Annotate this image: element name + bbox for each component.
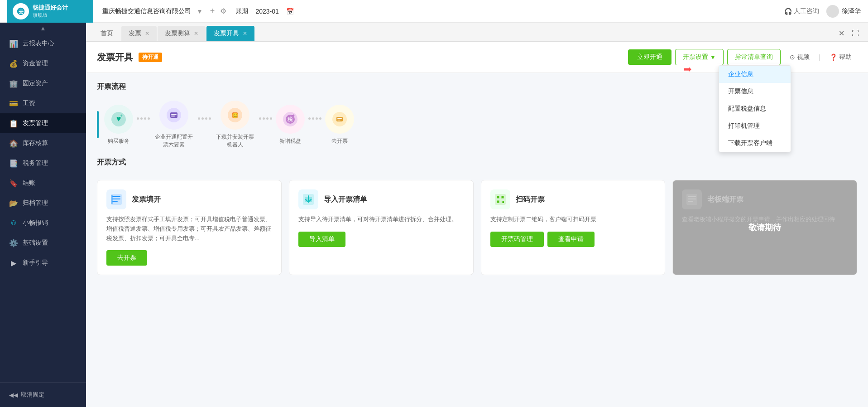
settlement-icon: 🔖 [9, 179, 18, 188]
svg-rect-27 [495, 194, 506, 205]
import-list-btn[interactable]: 导入清单 [298, 232, 345, 247]
sidebar-item-inventory[interactable]: 🏠 库存核算 [0, 133, 86, 153]
svg-rect-21 [112, 196, 120, 197]
cancel-icon: ◀◀ [9, 392, 18, 398]
user-info[interactable]: 徐泽华 [826, 5, 861, 18]
period-value: 2023-01 [255, 8, 278, 15]
guide-icon: ▶ [9, 258, 18, 267]
fixed-assets-icon: 🏢 [9, 79, 18, 88]
fill-invoice-btn[interactable]: 去开票 [106, 250, 147, 266]
dropdown-item-invoice-info[interactable]: 开票信息 [719, 83, 791, 100]
abnormal-list-button[interactable]: 异常清单查询 [727, 49, 781, 65]
report-sales-icon: © [9, 218, 18, 228]
sidebar-item-settlement[interactable]: 🔖 结账 [0, 173, 86, 193]
sidebar-item-invoice-mgmt[interactable]: 📋 发票管理 [0, 113, 86, 133]
method-card-import-list: 导入开票清单 支持导入待开票清单，可对待开票清单进行拆分、合并处理。 导入清单 [289, 180, 474, 275]
sidebar-item-report-sales[interactable]: © 小畅报销 [0, 213, 86, 233]
calendar-icon[interactable]: 📅 [286, 8, 294, 15]
import-list-name: 导入开票清单 [324, 195, 367, 204]
sidebar-item-tax-mgmt[interactable]: 📑 税务管理 [0, 153, 86, 173]
play-circle-icon: ⊙ [790, 53, 795, 61]
open-now-button[interactable]: 立即开通 [628, 49, 671, 65]
salary-icon: 💳 [9, 99, 18, 108]
user-avatar [826, 5, 839, 18]
method-card-boss-invoice: 老板端开票 查看老板端小程序提交的开票申请，并作出相应的处理回待 敬请期待 [672, 180, 857, 275]
methods-title: 开票方式 [97, 158, 857, 167]
scan-invoice-buttons: 开票码管理 查看申请 [490, 232, 656, 247]
scan-invoice-desc: 支持定制开票二维码，客户端可扫码开票 [490, 215, 656, 224]
sidebar-item-salary[interactable]: 💳 工资 [0, 93, 86, 113]
help-button[interactable]: ❓ 帮助 [824, 49, 857, 65]
tab-bar: 首页 发票 ✕ 发票测算 ✕ 发票开具 ✕ ✕ ⛶ [86, 23, 868, 42]
fill-invoice-icon [106, 189, 126, 209]
flow-step-3: 😊 下载并安装开票机器人 [215, 101, 255, 149]
tab-close-all-btn[interactable]: ✕ [837, 27, 846, 39]
step1-label: 购买服务 [108, 137, 129, 145]
view-apply-btn[interactable]: 查看申请 [547, 232, 595, 247]
tab-bar-right: ✕ ⛶ [837, 27, 861, 41]
method-card-scan-invoice: 扫码开票 支持定制开票二维码，客户端可扫码开票 开票码管理 查看申请 [481, 180, 666, 275]
settings-dropdown: 企业信息 开票信息 配置税盘信息 打印机管理 下载开票客户端 [719, 65, 791, 152]
boss-invoice-overlay: 敬请期待 [673, 180, 857, 275]
settings-nav-icon: ⚙️ [9, 238, 18, 247]
settings-button[interactable]: 开票设置 ▼ [675, 49, 724, 65]
tab-invoice-calc[interactable]: 发票测算 ✕ [158, 26, 206, 41]
tab-invoice-open[interactable]: 发票开具 ✕ [206, 26, 254, 41]
dropdown-item-company-info[interactable]: 企业信息 [719, 66, 791, 83]
close-invoice-tab[interactable]: ✕ [145, 30, 149, 37]
svg-rect-18 [337, 118, 342, 119]
logo-area: 云 畅捷通好会计 旗舰版 [7, 0, 93, 23]
dropdown-item-printer[interactable]: 打印机管理 [719, 117, 791, 135]
sidebar-item-basic-settings[interactable]: ⚙️ 基础设置 [0, 233, 86, 253]
company-name: 重庆畅捷交通信息咨询有限公司 [102, 7, 191, 15]
sidebar-item-archive-mgmt[interactable]: 📂 归档管理 [0, 193, 86, 213]
cancel-fixed-btn[interactable]: ◀◀ 取消固定 [0, 386, 86, 403]
svg-rect-31 [497, 196, 499, 198]
tab-expand-btn[interactable]: ⛶ [850, 28, 861, 39]
svg-rect-24 [111, 195, 113, 204]
header-actions: 立即开通 开票设置 ▼ 异常清单查询 ⊙ 视频 | ❓ 帮助 [628, 49, 858, 65]
tax-icon: 📑 [9, 159, 18, 168]
svg-rect-23 [112, 201, 118, 202]
sidebar-item-new-guide[interactable]: ▶ 新手引导 [0, 253, 86, 273]
svg-rect-32 [502, 196, 504, 198]
page-content: 发票开具 待开通 立即开通 开票设置 ▼ 异常清单查询 ⊙ 视频 | [86, 42, 868, 407]
dropdown-item-download-client[interactable]: 下载开票客户端 [719, 135, 791, 152]
flow-step-5: 去开票 [325, 105, 354, 145]
dropdown-item-tax-disk[interactable]: 配置税盘信息 [719, 100, 791, 117]
svg-rect-22 [112, 199, 120, 199]
qr-code-manage-btn[interactable]: 开票码管理 [490, 232, 544, 247]
status-badge: 待开通 [139, 53, 162, 62]
video-button[interactable]: ⊙ 视频 [784, 49, 815, 65]
content-area: 首页 发票 ✕ 发票测算 ✕ 发票开具 ✕ ✕ ⛶ 发票开具 [86, 23, 868, 407]
svg-rect-35 [503, 201, 504, 202]
svg-text:😊: 😊 [232, 112, 239, 119]
method-scan-header: 扫码开票 [490, 189, 656, 209]
sidebar-item-fixed-assets[interactable]: 🏢 固定资产 [0, 73, 86, 93]
sidebar-item-fund-mgmt[interactable]: 💰 资金管理 [0, 53, 86, 73]
tab-invoice[interactable]: 发票 ✕ [121, 26, 157, 41]
close-invoice-open-tab[interactable]: ✕ [243, 30, 247, 37]
page-title: 发票开具 待开通 [97, 51, 162, 63]
connector-4 [305, 117, 325, 120]
add-company-btn[interactable]: + [210, 6, 215, 16]
sidebar-item-cloud-report[interactable]: 📊 云报表中心 [0, 34, 86, 53]
method-card-fill-invoice: 发票填开 支持按照发票样式手工填开发票；可开具增值税电子普通发票、增值税普通发票… [97, 180, 282, 275]
dropdown-arrow: ➡ [683, 63, 691, 75]
close-invoice-calc-tab[interactable]: ✕ [194, 30, 198, 37]
archive-icon: 📂 [9, 199, 18, 208]
invoice-icon: 📋 [9, 119, 18, 128]
tab-home[interactable]: 首页 [93, 26, 120, 41]
sidebar-scroll-up[interactable]: ▲ [0, 23, 86, 34]
help-circle-icon: ❓ [830, 53, 837, 61]
svg-text:+: + [292, 113, 295, 118]
svg-text:云: 云 [19, 9, 24, 15]
company-dropdown-icon[interactable]: ▼ [197, 8, 203, 15]
settings-icon[interactable]: ⚙ [220, 7, 226, 15]
consult-button[interactable]: 🎧 人工咨询 [784, 7, 819, 15]
scan-invoice-name: 扫码开票 [516, 195, 545, 204]
method-fill-header: 发票填开 [106, 189, 272, 209]
divider: | [819, 53, 820, 61]
step5-label: 去开票 [331, 137, 348, 145]
step3-icon: 😊 [221, 101, 249, 130]
